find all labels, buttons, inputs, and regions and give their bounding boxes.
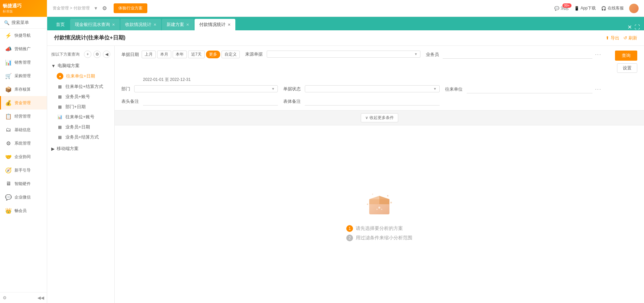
tab-expand-button[interactable]: ⛶ (635, 24, 640, 30)
tab-payment-stat-label: 付款情况统计 (199, 22, 226, 28)
app-download-icon: 📱 (574, 6, 579, 11)
scheme-item-counterparty-settle[interactable]: ▦ 往来单位+结算方式 (47, 82, 114, 92)
sidebar-search[interactable]: 🔍 搜索菜单 (0, 17, 47, 29)
filter-counterparty-input[interactable] (467, 85, 592, 93)
filter-status-item: 单据状态 ▼ (283, 85, 440, 92)
filter-counterparty-dots[interactable]: ··· (595, 86, 602, 92)
sidebar-item-label: 经营管理 (14, 114, 31, 119)
filter-table-header-note-label: 表头备注 (121, 98, 140, 104)
scheme-item-salesman-date[interactable]: ▦ 业务员+日期 (47, 122, 114, 132)
company-icon: 🤝 (5, 153, 12, 160)
collapse-arrow-icon: ∧ (365, 116, 368, 120)
svg-point-4 (376, 209, 378, 210)
sidebar-nav: ⚡ 快捷导航 📣 营销推广 📊 销售管理 🛒 采购管理 📦 库存核算 💰 资金管… (0, 29, 47, 292)
scheme-item-counterparty-account[interactable]: 📊 往来单位+账号 (47, 112, 114, 122)
empty-tip-1-text: 请先选择要分析的方案 (356, 225, 403, 232)
filter-source-label: 来源单据 (245, 51, 264, 57)
sidebar-item-guide[interactable]: 🧭 新手引导 (0, 163, 47, 177)
date-btn-this-year[interactable]: 本年 (173, 51, 187, 58)
tab-new-scheme-close[interactable]: ✕ (186, 23, 189, 27)
breadcrumb: 资金管理 > 付款管理 (53, 5, 90, 11)
filter-settings-button[interactable]: 设置 (617, 63, 637, 73)
filter-counterparty-item: 往来单位 ··· (445, 85, 602, 93)
scheme-group-mobile-title[interactable]: ▶ 移动端方案 (47, 144, 114, 154)
topbar-settings-icon[interactable]: ⚙ (102, 5, 107, 11)
tab-receivable-close[interactable]: ✕ (153, 23, 156, 27)
sidebar-item-capital[interactable]: 💰 资金管理 (0, 96, 47, 110)
collapse-bar: ∧ 收起更多条件 (115, 111, 644, 125)
sidebar-item-operation[interactable]: 📋 经营管理 (0, 110, 47, 123)
sidebar-item-basic[interactable]: 🗂 基础信息 (0, 123, 47, 137)
app-download-button[interactable]: 📱 App下载 (574, 5, 596, 11)
svg-point-5 (381, 209, 382, 210)
left-panel-header-label: 按以下方案查询 (51, 52, 80, 57)
tab-home[interactable]: 首页 (51, 19, 69, 30)
messages-button[interactable]: 💬 消息 99+ (554, 5, 569, 11)
breadcrumb-arrow: ▼ (94, 6, 98, 11)
scheme-item-counterparty-date[interactable]: ● 往来单位+日期 (47, 71, 114, 82)
filter-status-select[interactable]: ▼ (305, 85, 440, 92)
scheme-item-label: 业务员+账号 (65, 94, 90, 100)
filter-salesman-dots[interactable]: ··· (595, 52, 602, 58)
user-avatar[interactable] (629, 4, 639, 13)
sidebar-item-inventory[interactable]: 📦 库存核算 (0, 83, 47, 96)
right-panel: 单据日期 上月 本月 本年 近7天 更多 自定义 来源单据 (115, 46, 644, 303)
sidebar-collapse-icon[interactable]: ◀◀ (37, 295, 44, 300)
scheme-item-label: 部门+日期 (65, 104, 86, 110)
tab-new-scheme[interactable]: 新建方案 ✕ (162, 19, 194, 30)
sidebar-settings-icon[interactable]: ⚙ (3, 295, 7, 300)
sidebar-item-hardware[interactable]: 🖥 智能硬件 (0, 177, 47, 190)
export-button[interactable]: ⬆ 导出 (606, 35, 619, 41)
operation-icon: 📋 (5, 113, 12, 120)
export-icon: ⬆ (606, 35, 609, 40)
tab-receivable[interactable]: 收款情况统计 ✕ (120, 19, 161, 30)
sidebar-item-sales[interactable]: 📊 销售管理 (0, 56, 47, 69)
sidebar-item-wechat[interactable]: 💬 企业微信 (0, 190, 47, 204)
filter-source-select[interactable]: ▼ (267, 51, 421, 58)
filter-dept-select[interactable]: ▼ (134, 85, 278, 92)
sidebar-item-purchase[interactable]: 🛒 采购管理 (0, 69, 47, 83)
date-btn-this-month[interactable]: 本月 (157, 51, 171, 58)
scheme-item-salesman-account[interactable]: ▦ 业务员+账号 (47, 92, 114, 102)
collapse-btn-label: 收起更多条件 (370, 115, 394, 121)
scheme-table-icon: ▦ (57, 84, 63, 90)
date-btn-more[interactable]: 更多 (206, 51, 220, 58)
filter-salesman-input[interactable] (443, 51, 592, 59)
scheme-item-salesman-settle[interactable]: ▦ 业务员+结算方式 (47, 132, 114, 142)
tab-home-label: 首页 (56, 22, 65, 28)
online-service-button[interactable]: 🎧 在线客服 (601, 5, 624, 11)
date-btn-last-7-days[interactable]: 近7天 (188, 51, 205, 58)
tab-bank-flow-close[interactable]: ✕ (112, 23, 115, 27)
query-button[interactable]: 查询 (615, 51, 637, 61)
scheme-item-dept-date[interactable]: ▦ 部门+日期 (47, 102, 114, 112)
sidebar-item-system[interactable]: ⚙ 系统管理 (0, 137, 47, 150)
tab-payment-stat-close[interactable]: ✕ (228, 23, 231, 27)
sidebar-item-marketing[interactable]: 📣 营销推广 (0, 42, 47, 56)
topbar-right: 💬 消息 99+ 📱 App下载 🎧 在线客服 (554, 4, 639, 13)
collapse-panel-button[interactable]: ◀ (103, 51, 110, 58)
sidebar-item-label: 采购管理 (14, 73, 31, 79)
scheme-group-label: 电脑端方案 (58, 63, 80, 69)
refresh-button[interactable]: ↺ 刷新 (623, 35, 637, 41)
date-btn-last-month[interactable]: 上月 (142, 51, 156, 58)
tab-payment-stat[interactable]: 付款情况统计 ✕ (195, 19, 235, 30)
add-scheme-button[interactable]: + (84, 51, 91, 58)
filter-status-arrow: ▼ (433, 87, 437, 91)
scheme-settings-button[interactable]: ⚙ (93, 51, 101, 58)
filter-table-body-note-input[interactable] (305, 97, 440, 105)
sidebar-item-company[interactable]: 🤝 企业协同 (0, 150, 47, 163)
filter-table-header-note-input[interactable] (143, 97, 278, 105)
collapse-conditions-button[interactable]: ∧ 收起更多条件 (361, 113, 398, 122)
tab-close-all-button[interactable]: ✕ (627, 24, 632, 30)
tab-new-scheme-label: 新建方案 (167, 22, 184, 28)
scheme-group-mobile: ▶ 移动端方案 (47, 144, 114, 154)
tab-bank-flow[interactable]: 现金银行流水查询 ✕ (70, 19, 120, 30)
sidebar-item-member[interactable]: 👑 畅会员 (0, 204, 47, 217)
scheme-group-desktop-title[interactable]: ▼ 电脑端方案 (47, 61, 114, 71)
tip-num-1: 1 (346, 225, 353, 232)
scheme-item-label: 业务员+结算方式 (65, 134, 99, 140)
sidebar-item-quick-nav[interactable]: ⚡ 快捷导航 (0, 29, 47, 42)
trial-button[interactable]: 体验行业方案 (114, 3, 147, 13)
date-btn-custom[interactable]: 自定义 (222, 51, 240, 58)
messages-badge: 99+ (562, 3, 572, 8)
